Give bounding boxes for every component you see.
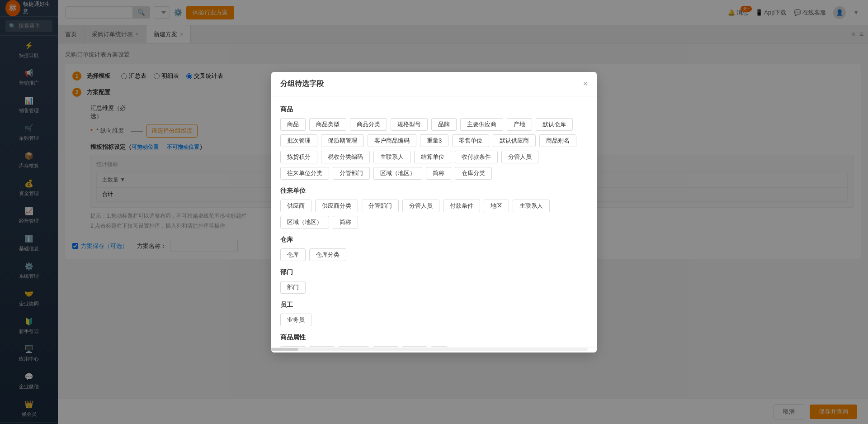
field-chip-0-18[interactable]: 结算单位 — [414, 151, 451, 163]
field-chip-1-3[interactable]: 分管人员 — [402, 200, 439, 212]
field-chip-1-4[interactable]: 付款条件 — [443, 200, 480, 212]
modal-close-button[interactable]: × — [583, 79, 588, 89]
field-chip-0-3[interactable]: 规格型号 — [391, 118, 428, 131]
modal-overlay: 分组待选字段 × 商品商品商品类型商品分类规格型号品牌主要供应商产地默认仓库批次… — [0, 0, 868, 424]
field-grid-2: 仓库仓库分类 — [280, 248, 588, 261]
modal-section-label-4: 员工 — [280, 301, 588, 309]
modal-horizontal-scroll[interactable] — [271, 348, 597, 353]
field-chip-0-2[interactable]: 商品分类 — [350, 118, 387, 131]
modal-body: 商品商品商品类型商品分类规格型号品牌主要供应商产地默认仓库批次管理保质期管理客户… — [271, 96, 597, 348]
field-chip-0-10[interactable]: 客户商品编码 — [368, 134, 416, 147]
field-chip-1-2[interactable]: 分管部门 — [362, 200, 399, 212]
field-chip-1-7[interactable]: 区域（地区） — [280, 216, 329, 229]
field-chip-0-15[interactable]: 拣货积分 — [280, 151, 317, 163]
field-chip-0-20[interactable]: 分管人员 — [501, 151, 538, 163]
field-chip-0-0[interactable]: 商品 — [280, 118, 306, 131]
field-chip-0-9[interactable]: 保质期管理 — [321, 134, 364, 147]
scroll-thumb-h — [271, 348, 298, 351]
field-chip-1-0[interactable]: 供应商 — [280, 200, 311, 212]
field-chip-0-17[interactable]: 主联系人 — [373, 151, 410, 163]
modal-section-label-2: 仓库 — [280, 236, 588, 244]
field-chip-0-7[interactable]: 默认仓库 — [536, 118, 573, 131]
field-chip-1-8[interactable]: 简称 — [333, 216, 358, 229]
modal-section-label-1: 往来单位 — [280, 187, 588, 195]
field-chip-1-5[interactable]: 地区 — [484, 200, 509, 212]
field-chip-0-22[interactable]: 分管部门 — [333, 167, 370, 180]
field-chip-1-6[interactable]: 主联系人 — [513, 200, 550, 212]
field-chip-0-16[interactable]: 税收分类编码 — [321, 151, 370, 163]
field-grid-4: 业务员 — [280, 314, 588, 326]
field-chip-0-14[interactable]: 商品别名 — [539, 134, 576, 147]
field-chip-0-8[interactable]: 批次管理 — [280, 134, 317, 147]
field-chip-3-0[interactable]: 部门 — [280, 281, 306, 294]
field-chip-2-1[interactable]: 仓库分类 — [309, 248, 346, 261]
modal-section-label-5: 商品属性 — [280, 333, 588, 342]
field-grid-0: 商品商品类型商品分类规格型号品牌主要供应商产地默认仓库批次管理保质期管理客户商品… — [280, 118, 588, 180]
field-chip-0-12[interactable]: 零售单位 — [452, 134, 489, 147]
field-grid-3: 部门 — [280, 281, 588, 294]
modal-header: 分组待选字段 × — [271, 72, 597, 96]
field-chip-0-23[interactable]: 区域（地区） — [373, 167, 422, 180]
field-chip-0-6[interactable]: 产地 — [507, 118, 532, 131]
field-chip-0-4[interactable]: 品牌 — [431, 118, 457, 131]
field-chip-0-13[interactable]: 默认供应商 — [493, 134, 536, 147]
field-chip-0-24[interactable]: 简称 — [426, 167, 451, 180]
field-chip-2-0[interactable]: 仓库 — [280, 248, 306, 261]
modal-section-label-0: 商品 — [280, 105, 588, 114]
scroll-track-h — [271, 348, 588, 351]
field-chip-1-1[interactable]: 供应商分类 — [315, 200, 358, 212]
modal-title: 分组待选字段 — [280, 79, 324, 89]
field-chip-0-19[interactable]: 收付款条件 — [455, 151, 498, 163]
modal: 分组待选字段 × 商品商品商品类型商品分类规格型号品牌主要供应商产地默认仓库批次… — [271, 72, 597, 353]
field-grid-1: 供应商供应商分类分管部门分管人员付款条件地区主联系人区域（地区）简称 — [280, 200, 588, 229]
field-chip-0-5[interactable]: 主要供应商 — [460, 118, 503, 131]
field-chip-4-0[interactable]: 业务员 — [280, 314, 311, 326]
field-chip-0-1[interactable]: 商品类型 — [309, 118, 346, 131]
field-chip-0-21[interactable]: 往来单位分类 — [280, 167, 329, 180]
field-chip-0-25[interactable]: 仓库分类 — [455, 167, 492, 180]
modal-section-label-3: 部门 — [280, 268, 588, 276]
field-chip-0-11[interactable]: 重量3 — [420, 134, 448, 147]
